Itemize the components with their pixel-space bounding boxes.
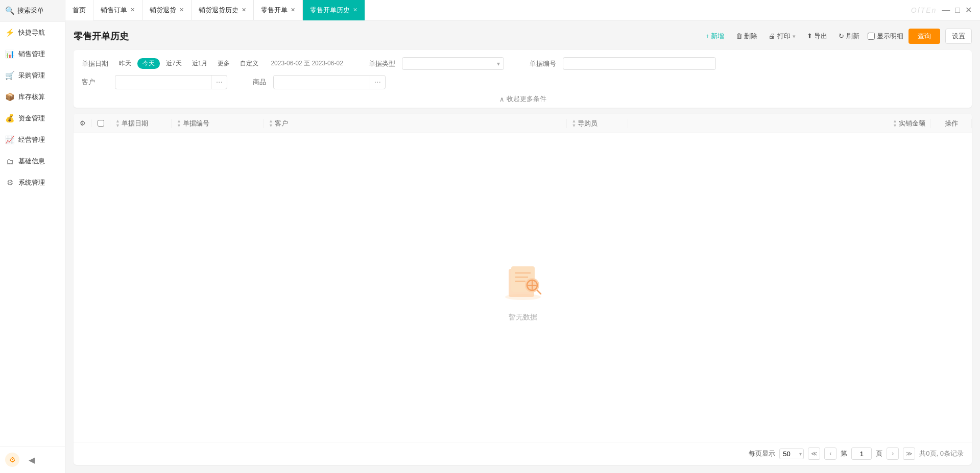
sidebar-search-label: 搜索采单 [17, 6, 44, 15]
settings-button[interactable]: 设置 [945, 29, 972, 44]
settings-gear-icon[interactable]: ⚙ [5, 453, 19, 467]
tab-sales-order[interactable]: 销售订单 ✕ [93, 0, 142, 20]
page-size-select[interactable]: 50 20 100 200 [779, 449, 804, 459]
goods-input-group: ··· [273, 75, 386, 89]
goods-filter-input[interactable] [274, 77, 370, 88]
query-button[interactable]: 查询 [909, 29, 940, 44]
collapse-more-label: 收起更多条件 [507, 94, 546, 104]
inventory-icon: 📦 [5, 92, 14, 102]
date-range-text: 2023-06-02 至 2023-06-02 [271, 59, 343, 68]
num-filter-input[interactable] [563, 57, 716, 70]
sidebar-item-base-info[interactable]: 🗂 基础信息 [0, 151, 65, 172]
empty-state: 暂无数据 [74, 133, 972, 442]
th-customer-sort-icon[interactable]: ▲▼ [269, 119, 273, 128]
date-opt-more[interactable]: 更多 [213, 58, 234, 69]
svg-line-8 [537, 290, 541, 294]
filter-row-2: 客户 ··· 商品 ··· [82, 75, 964, 89]
tab-retail-open-history-close[interactable]: ✕ [353, 7, 357, 13]
operations-icon: 📈 [5, 135, 14, 144]
date-opt-1month[interactable]: 近1月 [188, 58, 212, 69]
tab-sales-return-history-close[interactable]: ✕ [242, 7, 246, 13]
delete-button[interactable]: 🗑 删除 [733, 30, 761, 43]
export-button[interactable]: ⬆ 导出 [804, 30, 831, 43]
next-page-button[interactable]: › [887, 447, 899, 460]
base-info-icon: 🗂 [5, 157, 14, 166]
data-table: ⚙ ▲▼ 单据日期 ▲▼ 单据编号 [74, 114, 972, 465]
page-suffix: 页 [876, 449, 882, 458]
th-guide-sort-icon[interactable]: ▲▼ [572, 119, 577, 128]
date-opt-yesterday[interactable]: 昨天 [115, 58, 135, 69]
goods-dots-button[interactable]: ··· [370, 76, 385, 89]
print-button[interactable]: 🖨 打印 ▾ [766, 30, 799, 43]
sidebar-item-quick-nav[interactable]: ⚡ 快捷导航 [0, 22, 65, 43]
sidebar-item-operations[interactable]: 📈 经营管理 [0, 129, 65, 151]
sidebar-item-label: 库存核算 [18, 92, 45, 102]
sidebar-item-purchase-mgmt[interactable]: 🛒 采购管理 [0, 65, 65, 86]
date-opt-7days[interactable]: 近7天 [162, 58, 186, 69]
sidebar-item-label: 基础信息 [18, 157, 45, 166]
show-detail-checkbox[interactable] [868, 33, 875, 40]
last-page-button[interactable]: ≫ [903, 447, 915, 460]
maximize-button[interactable]: □ [955, 6, 960, 15]
empty-text: 暂无数据 [509, 313, 537, 322]
tab-sales-return-history[interactable]: 销货退货历史 ✕ [192, 0, 254, 20]
sidebar-search[interactable]: 🔍 搜索采单 [0, 0, 65, 22]
page-number-input[interactable] [851, 447, 872, 460]
sidebar-item-system[interactable]: ⚙ 系统管理 [0, 172, 65, 193]
minimize-button[interactable]: — [942, 6, 950, 15]
th-num-sort-icon[interactable]: ▲▼ [177, 119, 181, 128]
date-opt-today[interactable]: 今天 [137, 58, 160, 69]
tab-retail-open[interactable]: 零售开单 ✕ [254, 0, 303, 20]
tab-sales-return-close[interactable]: ✕ [179, 7, 184, 13]
date-options: 昨天 今天 近7天 近1月 更多 自定义 [115, 58, 262, 69]
sidebar-collapse-button[interactable]: ◀ [25, 453, 39, 467]
sidebar-item-label: 系统管理 [18, 178, 45, 187]
type-filter-label: 单据类型 [369, 59, 397, 68]
th-customer-label: 客户 [275, 119, 288, 128]
type-select[interactable] [402, 57, 504, 70]
export-button-label: ⬆ 导出 [807, 32, 828, 41]
th-amount-label: 实销金额 [899, 119, 925, 128]
sidebar-item-inventory[interactable]: 📦 库存核算 [0, 86, 65, 108]
print-dropdown-icon[interactable]: ▾ [793, 33, 796, 40]
empty-illustration [497, 254, 548, 305]
sidebar: 🔍 搜索采单 ⚡ 快捷导航 📊 销售管理 🛒 采购管理 📦 库存核算 💰 资金管… [0, 0, 65, 473]
th-settings[interactable]: ⚙ [74, 119, 92, 127]
delete-button-label: 🗑 删除 [736, 32, 758, 41]
customer-filter-input[interactable] [115, 77, 211, 88]
purchase-mgmt-icon: 🛒 [5, 71, 14, 80]
sidebar-item-label: 资金管理 [18, 114, 45, 123]
tab-sales-return[interactable]: 销货退货 ✕ [142, 0, 192, 20]
tab-sales-order-close[interactable]: ✕ [130, 7, 135, 13]
new-button-label: + 新增 [705, 32, 724, 41]
sidebar-item-label: 销售管理 [18, 49, 45, 59]
refresh-button[interactable]: ↻ 刷新 [835, 30, 863, 43]
show-detail-toggle[interactable]: 显示明细 [868, 32, 903, 41]
tab-retail-open-close[interactable]: ✕ [291, 7, 295, 13]
sidebar-item-sales-mgmt[interactable]: 📊 销售管理 [0, 43, 65, 65]
customer-filter-label: 客户 [82, 78, 110, 87]
th-num: ▲▼ 单据编号 [172, 119, 264, 128]
sidebar-item-finance[interactable]: 💰 资金管理 [0, 108, 65, 129]
first-page-button[interactable]: ≪ [808, 447, 820, 460]
tab-home[interactable]: 首页 [65, 0, 93, 20]
search-icon: 🔍 [5, 6, 14, 15]
th-checkbox[interactable] [92, 120, 110, 127]
tab-retail-open-label: 零售开单 [261, 6, 288, 15]
close-window-button[interactable]: ✕ [965, 5, 972, 15]
table-settings-icon[interactable]: ⚙ [80, 119, 86, 127]
prev-page-button[interactable]: ‹ [824, 447, 836, 460]
tab-sales-return-history-label: 销货退货历史 [199, 6, 238, 15]
select-all-checkbox[interactable] [98, 120, 104, 127]
th-amount-sort-icon[interactable]: ▲▼ [893, 119, 897, 128]
customer-dots-button[interactable]: ··· [211, 76, 227, 89]
new-button[interactable]: + 新增 [702, 30, 727, 43]
tab-retail-open-history[interactable]: 零售开单历史 ✕ [303, 0, 365, 20]
th-date-sort-icon[interactable]: ▲▼ [115, 119, 120, 128]
toolbar: + 新增 🗑 删除 🖨 打印 ▾ ⬆ 导出 ↻ 刷新 显示明细 [702, 29, 972, 44]
refresh-button-label: ↻ 刷新 [839, 32, 859, 41]
pagination: 每页显示 50 20 100 200 ≪ ‹ 第 页 › ≫ 共0页, 0条记录 [74, 442, 972, 465]
th-customer: ▲▼ 客户 [264, 119, 567, 128]
collapse-more-btn[interactable]: ∧ 收起更多条件 [82, 94, 964, 104]
date-opt-custom[interactable]: 自定义 [236, 58, 262, 69]
